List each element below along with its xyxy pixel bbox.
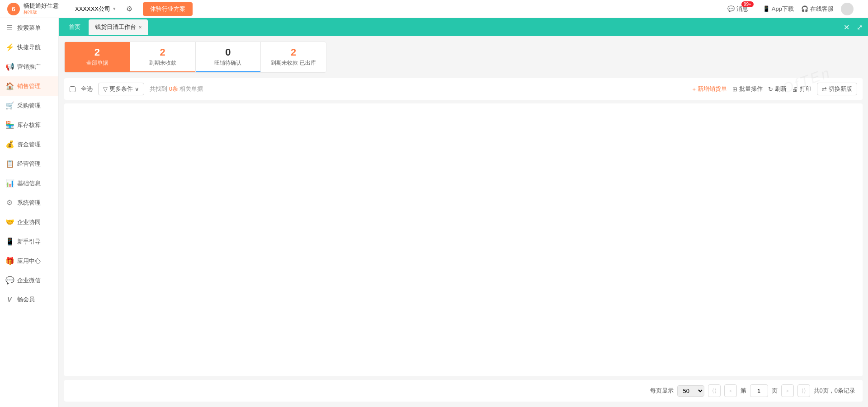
filter-button[interactable]: ▽ 更多条件 ∨ bbox=[98, 83, 144, 95]
toolbar-right: + 新增销货单 ⊞ 批量操作 ↻ 刷新 🖨 打印 bbox=[692, 83, 857, 95]
inventory-icon: 🏪 bbox=[5, 121, 14, 129]
settings-button[interactable]: ⚙ bbox=[123, 3, 136, 15]
prev-page-button[interactable]: ＜ bbox=[724, 384, 737, 397]
sales-icon: 🏠 bbox=[5, 82, 14, 90]
page-content: 2 全部单据 2 到期未收款 0 旺铺待确认 2 到期未收款 已出库 bbox=[59, 36, 868, 407]
sidebar-item-cooperation[interactable]: 🤝 企业协同 bbox=[0, 212, 58, 232]
online-service-button[interactable]: 🎧 在线客服 bbox=[801, 5, 834, 13]
sidebar-item-label: 资金管理 bbox=[17, 140, 41, 149]
chevron-down-icon: ▾ bbox=[113, 6, 116, 12]
marketing-icon: 📢 bbox=[5, 62, 14, 71]
guide-icon: 📱 bbox=[5, 237, 14, 246]
workbench-tab-label: 钱货日清工作台 bbox=[95, 23, 136, 31]
top-header: 6 畅捷通好生意 标准版 XXXXXX公司 ▾ ⚙ 体验行业方案 💬 消息 99… bbox=[0, 0, 868, 18]
logo-icon: 6 bbox=[7, 3, 20, 15]
online-service-label: 在线客服 bbox=[810, 5, 834, 13]
app-badge: 标准版 bbox=[24, 9, 59, 15]
close-tab-icon[interactable]: × bbox=[139, 24, 142, 30]
sidebar-search-label: 搜索菜单 bbox=[17, 24, 41, 32]
stat-overdue-label: 到期未收款 bbox=[137, 59, 188, 67]
sidebar-item-search[interactable]: ☰ 搜索菜单 bbox=[0, 18, 58, 37]
sidebar-item-label: 采购管理 bbox=[17, 102, 41, 110]
add-icon: + bbox=[692, 86, 696, 93]
main-layout: ☰ 搜索菜单 ⚡ 快捷导航 📢 营销推广 🏠 销售管理 🛒 采购管理 🏪 库存核… bbox=[0, 18, 868, 407]
select-all-checkbox[interactable] bbox=[70, 86, 75, 92]
message-icon: 💬 bbox=[727, 5, 735, 12]
sidebar-item-basic-info[interactable]: 📊 基础信息 bbox=[0, 173, 58, 193]
per-page-label: 每页显示 bbox=[650, 387, 674, 395]
table-area bbox=[64, 103, 863, 376]
sidebar-item-inventory[interactable]: 🏪 库存核算 bbox=[0, 115, 58, 135]
sidebar-item-app-center[interactable]: 🎁 应用中心 bbox=[0, 251, 58, 271]
experience-button[interactable]: 体验行业方案 bbox=[143, 2, 193, 16]
home-tab-label: 首页 bbox=[69, 23, 80, 31]
stat-tab-overdue-out[interactable]: 2 到期未收款 已出库 bbox=[261, 42, 326, 72]
finance-icon: 💰 bbox=[5, 140, 14, 149]
page-input[interactable] bbox=[750, 384, 768, 397]
first-page-button[interactable]: ⟨⟨ bbox=[708, 384, 721, 397]
stat-tab-pending[interactable]: 0 旺铺待确认 bbox=[196, 42, 261, 72]
sidebar-item-label: 快捷导航 bbox=[17, 43, 41, 51]
sidebar-item-label: 库存核算 bbox=[17, 121, 41, 129]
total-info: 共0页，0条记录 bbox=[814, 387, 855, 395]
stat-overdue-out-number: 2 bbox=[268, 47, 319, 57]
sidebar-item-label: 经营管理 bbox=[17, 160, 41, 168]
stat-overdue-number: 2 bbox=[137, 47, 188, 57]
company-name: XXXXXX公司 bbox=[75, 5, 110, 13]
sidebar-item-purchase[interactable]: 🛒 采购管理 bbox=[0, 96, 58, 115]
print-icon: 🖨 bbox=[792, 86, 798, 93]
per-page-select[interactable]: 50 20 100 200 bbox=[677, 385, 704, 397]
filter-icon: ▽ bbox=[103, 86, 108, 93]
stat-pending-number: 0 bbox=[203, 47, 254, 57]
filter-label: 更多条件 bbox=[109, 85, 133, 93]
pagination-bar: 每页显示 50 20 100 200 ⟨⟨ ＜ 第 页 ＞ ⟩⟩ 共0页，0条记… bbox=[64, 380, 863, 402]
message-button[interactable]: 💬 消息 99+ bbox=[727, 5, 748, 13]
system-icon: ⚙ bbox=[5, 198, 14, 207]
sidebar-item-operations[interactable]: 📋 经营管理 bbox=[0, 154, 58, 173]
sidebar-item-label: 系统管理 bbox=[17, 199, 41, 207]
next-page-button[interactable]: ＞ bbox=[781, 384, 794, 397]
refresh-label: 刷新 bbox=[775, 85, 787, 93]
tab-bar-actions: ✕ ⤢ bbox=[842, 21, 864, 33]
avatar[interactable] bbox=[841, 3, 854, 15]
last-page-button[interactable]: ⟩⟩ bbox=[797, 384, 810, 397]
empty-state bbox=[64, 103, 863, 376]
sidebar-item-guide[interactable]: 📱 新手引导 bbox=[0, 232, 58, 251]
app-name: 畅捷通好生意 bbox=[24, 2, 59, 9]
stat-tab-all[interactable]: 2 全部单据 bbox=[65, 42, 130, 72]
sidebar-item-sales[interactable]: 🏠 销售管理 bbox=[0, 76, 58, 96]
print-button[interactable]: 🖨 打印 bbox=[792, 85, 811, 93]
refresh-button[interactable]: ↻ 刷新 bbox=[768, 85, 787, 93]
company-selector[interactable]: XXXXXX公司 ▾ bbox=[75, 5, 116, 13]
sidebar-item-member[interactable]: V 畅会员 bbox=[0, 290, 58, 309]
close-window-icon[interactable]: ✕ bbox=[842, 21, 851, 33]
operations-icon: 📋 bbox=[5, 159, 14, 168]
expand-icon[interactable]: ⤢ bbox=[855, 21, 864, 33]
sidebar-item-label: 营销推广 bbox=[17, 63, 41, 71]
basic-info-icon: 📊 bbox=[5, 179, 14, 187]
sidebar-item-quick-nav[interactable]: ⚡ 快捷导航 bbox=[0, 37, 58, 57]
stat-tab-overdue[interactable]: 2 到期未收款 bbox=[130, 42, 196, 72]
sidebar-item-finance[interactable]: 💰 资金管理 bbox=[0, 135, 58, 154]
chevron-icon: ∨ bbox=[135, 86, 139, 93]
download-icon: 📱 bbox=[763, 5, 770, 12]
sidebar-item-marketing[interactable]: 📢 营销推广 bbox=[0, 57, 58, 76]
sidebar-item-system[interactable]: ⚙ 系统管理 bbox=[0, 193, 58, 212]
found-text: 共找到 0条 相关单据 bbox=[150, 85, 203, 93]
tab-home[interactable]: 首页 bbox=[62, 19, 87, 35]
tab-workbench[interactable]: 钱货日清工作台 × bbox=[89, 19, 148, 35]
message-badge: 99+ bbox=[741, 1, 754, 7]
app-download-button[interactable]: 📱 App下载 bbox=[763, 5, 794, 13]
add-button[interactable]: + 新增销货单 bbox=[692, 85, 727, 93]
sidebar-item-label: 企业微信 bbox=[17, 276, 41, 285]
content-area: 首页 钱货日清工作台 × ✕ ⤢ 2 全部单据 2 到期未收款 bbox=[59, 18, 868, 407]
print-label: 打印 bbox=[800, 85, 811, 93]
wechat-icon: 💬 bbox=[5, 276, 14, 285]
batch-label: 批量操作 bbox=[739, 85, 763, 93]
sidebar-item-wechat[interactable]: 💬 企业微信 bbox=[0, 271, 58, 290]
sidebar-item-label: 基础信息 bbox=[17, 179, 41, 187]
logo-area: 6 畅捷通好生意 标准版 bbox=[7, 2, 59, 16]
switch-button[interactable]: ⇄ 切换新版 bbox=[817, 83, 857, 95]
batch-button[interactable]: ⊞ 批量操作 bbox=[732, 85, 763, 93]
batch-icon: ⊞ bbox=[732, 86, 737, 93]
